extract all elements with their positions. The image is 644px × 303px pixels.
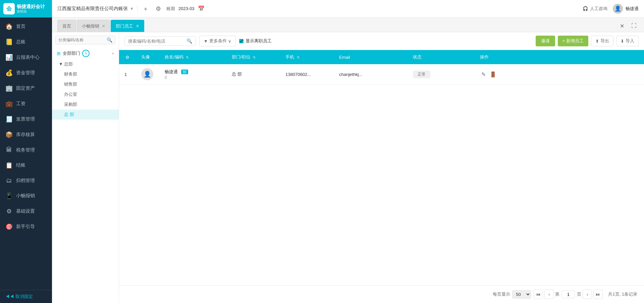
reports-icon: 📊 — [5, 54, 13, 61]
user-info[interactable]: 👤 畅捷通 — [613, 4, 639, 14]
unpin-button[interactable]: ◀◀ 取消固定 — [0, 290, 52, 303]
invoice-icon: 🧾 — [5, 116, 13, 123]
col-phone[interactable]: 手机 ⇅ — [280, 50, 334, 64]
tabbar: 首页 小畅报销 × 部门员工 × ✕ ⛶ — [52, 17, 644, 32]
employee-search-box[interactable]: 🔍 — [124, 36, 196, 46]
sidebar-label-settings: 基础设置 — [16, 208, 35, 214]
grid-icon: ⊞ — [57, 51, 61, 56]
employee-search-input[interactable] — [128, 39, 184, 44]
page-navigation: ⏮ ‹ 第 页 › ⏭ — [534, 290, 603, 299]
sidebar-item-home[interactable]: 🏠 首页 — [0, 19, 52, 34]
invite-button[interactable]: 邀请 — [536, 36, 555, 46]
name-sort-icon[interactable]: ⇅ — [186, 55, 189, 59]
tree-search-input[interactable] — [58, 38, 105, 42]
prev-page-button[interactable]: ‹ — [544, 290, 554, 299]
sidebar-item-xiaochang[interactable]: 📱 小畅报销 — [0, 188, 52, 204]
all-departments[interactable]: ⊞ 全部部门 ✎ « — [53, 48, 117, 59]
calendar-icon[interactable]: 📅 — [198, 5, 205, 12]
sidebar-item-tax[interactable]: 🏛 税务管理 — [0, 142, 52, 158]
sidebar-item-salary[interactable]: 💼 工资 — [0, 96, 52, 112]
root-dept-label: 全部部门 — [63, 50, 80, 56]
row-avatar: 👤 — [136, 64, 159, 85]
tab-home[interactable]: 首页 — [57, 20, 76, 32]
col-dept[interactable]: 部门/职位 ⇅ — [226, 50, 280, 64]
sidebar-item-guide[interactable]: 🎯 新手引导 — [0, 219, 52, 234]
first-page-button[interactable]: ⏮ — [534, 290, 543, 299]
export-icon: ⬆ — [595, 39, 599, 44]
settings-gear-button[interactable]: ⚙ — [154, 4, 163, 13]
collapse-tree-button[interactable]: « — [112, 51, 114, 56]
table-settings-icon[interactable]: ⚙ — [125, 55, 129, 60]
toolbar-right: 邀请 + 新增员工 ⬆ 导出 ⬇ 导入 — [536, 36, 639, 46]
tab-expand-button[interactable]: ⛶ — [629, 21, 639, 31]
sidebar-item-assets[interactable]: 🏢 固定资产 — [0, 81, 52, 96]
export-button[interactable]: ⬆ 导出 — [591, 36, 613, 46]
page-input-group: 第 页 — [555, 291, 581, 298]
sidebar-item-invoice[interactable]: 🧾 发票管理 — [0, 112, 52, 127]
support-label: 人工咨询 — [590, 6, 607, 12]
col-name[interactable]: 姓名/编码 ⇅ — [159, 50, 226, 64]
sidebar-item-settings[interactable]: ⚙ 基础设置 — [0, 204, 52, 219]
period-value: 2023-03 — [178, 6, 195, 11]
employee-search-icon[interactable]: 🔍 — [186, 38, 192, 44]
sidebar-item-ledger[interactable]: 📒 总账 — [0, 34, 52, 50]
dept-node-finance[interactable]: 财务部 — [52, 69, 119, 79]
sidebar-label-ledger: 总账 — [16, 39, 25, 45]
per-page-selector[interactable]: 每页显示 50 10 20 100 — [493, 290, 531, 299]
row-phone: 138070602... — [280, 64, 334, 85]
sidebar-item-reports[interactable]: 📊 云报表中心 — [0, 50, 52, 65]
filter-chevron-icon: ∨ — [228, 39, 231, 44]
edit-employee-button[interactable]: ✎ — [480, 71, 487, 78]
next-page-button[interactable]: › — [583, 290, 592, 299]
phone-sort-icon[interactable]: ⇅ — [297, 55, 300, 59]
table-row: 1 👤 畅捷通 部 0 — [119, 64, 644, 85]
row-status: 正常 — [408, 64, 475, 85]
dept-node-sales[interactable]: 销售部 — [52, 79, 119, 89]
dept-node-general[interactable]: 总 部 — [52, 110, 119, 120]
add-employee-label: + 新增员工 — [562, 38, 584, 44]
tree-search-box[interactable]: 🔍 — [55, 36, 115, 44]
col-avatar: 头像 — [136, 50, 159, 64]
sidebar-item-settle[interactable]: 📋 结账 — [0, 158, 52, 173]
employee-email: chanjethkj... — [339, 72, 362, 77]
add-employee-button[interactable]: + 新增员工 — [558, 36, 588, 46]
tab-xiaochang-close[interactable]: × — [102, 23, 105, 29]
sidebar-item-funds[interactable]: 💰 资金管理 — [0, 65, 52, 81]
chevron-down-icon: ▼ — [130, 6, 134, 11]
edit-dept-button[interactable]: ✎ — [82, 50, 90, 57]
archive-icon: 🗂 — [5, 177, 13, 184]
sidebar-item-archive[interactable]: 🗂 归档管理 — [0, 173, 52, 188]
show-resigned-checkbox[interactable] — [239, 39, 244, 43]
import-button[interactable]: ⬇ 导入 — [616, 36, 639, 46]
support-button[interactable]: 🎧 人工咨询 — [583, 6, 607, 12]
company-selector[interactable]: 江西服宝精品有限责任公司内账张 ▼ — [57, 6, 134, 12]
sidebar-item-inventory[interactable]: 📦 库存核算 — [0, 127, 52, 142]
page-body: 🔍 ⊞ 全部部门 ✎ « ▼ 总部 财务部 销售部 办公室 采购部 总 部 🔍 — [52, 32, 644, 303]
dept-sort-icon[interactable]: ⇅ — [253, 55, 256, 59]
tab-dept-employee[interactable]: 部门员工 × — [111, 20, 144, 32]
dept-node-headquarters[interactable]: ▼ 总部 — [52, 59, 119, 69]
tab-home-label: 首页 — [62, 23, 71, 29]
last-page-button[interactable]: ⏭ — [593, 290, 603, 299]
row-actions: ✎ 🚪 — [475, 64, 644, 85]
employee-code: 0 — [165, 75, 167, 80]
more-filter-button[interactable]: ▼ 更多条件 ∨ — [199, 36, 236, 46]
tax-icon: 🏛 — [5, 146, 13, 154]
dept-node-office[interactable]: 办公室 — [52, 89, 119, 99]
col-settings[interactable]: ⚙ — [119, 50, 136, 64]
ledger-icon: 📒 — [5, 38, 13, 46]
per-page-select[interactable]: 50 10 20 100 — [512, 290, 531, 299]
tab-dept-close[interactable]: × — [136, 23, 139, 29]
tab-xiaochang[interactable]: 小畅报销 × — [77, 20, 110, 32]
delete-employee-button[interactable]: 🚪 — [488, 71, 498, 78]
page-number-input[interactable] — [561, 291, 575, 298]
dept-node-purchase[interactable]: 采购部 — [52, 99, 119, 110]
add-button[interactable]: ＋ — [141, 4, 150, 13]
tree-search-icon[interactable]: 🔍 — [107, 37, 112, 43]
tab-close-all-button[interactable]: ✕ — [617, 21, 627, 31]
page-total-label: 共1页, 1条记录 — [608, 291, 637, 297]
logo-text-block: 畅捷通好会计 旗舰版 — [17, 4, 45, 14]
sidebar-label-guide: 新手引导 — [16, 224, 35, 230]
show-resigned-toggle[interactable]: 显示离职员工 — [239, 38, 272, 44]
sidebar-label-archive: 归档管理 — [16, 178, 35, 184]
